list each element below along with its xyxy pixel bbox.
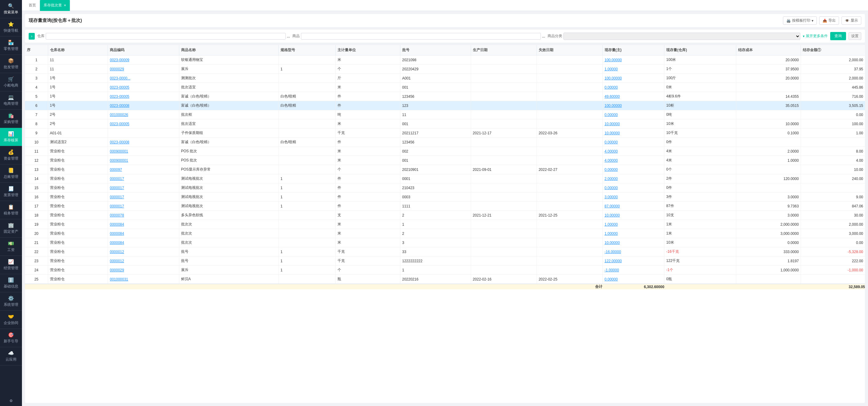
tab-inventory-batch[interactable]: 库存批次查 ✕ xyxy=(40,0,70,11)
cell-code[interactable]: 0000084 xyxy=(108,229,179,238)
cell-qty-main[interactable]: 1.00000 xyxy=(602,229,664,238)
cell-qty-main[interactable]: 2.00000 xyxy=(602,174,664,183)
sidebar-item-retail[interactable]: 🏪 零售管理 xyxy=(0,37,22,55)
category-select[interactable] xyxy=(563,33,800,40)
cell-code[interactable]: 0023-00005 xyxy=(108,92,179,101)
cell-qty-main[interactable]: 100.00000 xyxy=(602,74,664,83)
sidebar-item-assets[interactable]: 💰 资金管理 xyxy=(0,146,22,165)
cell-qty-main[interactable]: 0.00000 xyxy=(602,110,664,120)
sidebar-item-base[interactable]: ℹ️ 基础信息 xyxy=(0,274,22,293)
sidebar-item-newbie[interactable]: 🎯 新手引导 xyxy=(0,329,22,347)
cell-qty-main[interactable]: 10.00000 xyxy=(602,211,664,220)
sidebar-item-ops[interactable]: 📈 经营管理 xyxy=(0,256,22,274)
cell-code[interactable]: 0000078 xyxy=(108,211,179,220)
sidebar-item-invoice[interactable]: 🧾 发票管理 xyxy=(0,183,22,201)
summary-qty: 6,302.60000 xyxy=(602,284,664,289)
sidebar-item-wholesale[interactable]: 📦 批发管理 xyxy=(0,55,22,73)
cell-seq: 20 xyxy=(25,229,48,238)
cell-code[interactable]: 000900001 xyxy=(108,156,179,165)
cell-qty-main[interactable]: 4.00000 xyxy=(602,147,664,156)
cell-avg-cost: 35.0515 xyxy=(736,101,801,110)
sidebar-item-tax[interactable]: 📋 税务管理 xyxy=(0,201,22,219)
cell-qty-main[interactable]: 1.00000 xyxy=(602,65,664,74)
cell-qty-main[interactable]: 0.00000 xyxy=(602,138,664,147)
cell-prod-date xyxy=(471,92,536,101)
print-button[interactable]: 🖨️ 按模板打印 ▾ xyxy=(783,16,817,25)
cell-code[interactable]: 0023-00005 xyxy=(108,120,179,129)
display-button[interactable]: 👁️ 显示 xyxy=(841,16,861,25)
tab-bar: 首页 库存批次查 ✕ xyxy=(22,0,868,11)
cell-code[interactable]: 0000012 xyxy=(108,247,179,257)
cell-code[interactable]: 0000017 xyxy=(108,193,179,202)
cell-qty-main[interactable]: 0.00000 xyxy=(602,83,664,92)
cell-spec: 1 xyxy=(279,247,336,257)
sidebar-item-collab[interactable]: 🤝 企业协同 xyxy=(0,311,22,329)
cell-code[interactable]: 000900001 xyxy=(108,147,179,156)
tab-home[interactable]: 首页 xyxy=(25,0,40,11)
warehouse-input[interactable] xyxy=(46,33,286,40)
cell-code[interactable]: 001000026 xyxy=(108,110,179,120)
cell-code[interactable]: 000097 xyxy=(108,165,179,174)
settings-button[interactable]: 设置 xyxy=(848,32,861,40)
cell-code[interactable]: 001000031 xyxy=(108,275,179,284)
cell-code[interactable]: 0000012 xyxy=(108,257,179,266)
cell-code[interactable]: 0023-00008 xyxy=(108,101,179,110)
cell-qty-main[interactable]: 122.00000 xyxy=(602,257,664,266)
sidebar-item-general[interactable]: 📒 总账管理 xyxy=(0,165,22,183)
cell-qty-main[interactable]: -1.00000 xyxy=(602,266,664,275)
cell-code[interactable] xyxy=(108,129,179,138)
cell-qty-main[interactable]: 10.00000 xyxy=(602,129,664,138)
sidebar-item-inventory[interactable]: 📊 库存核算 xyxy=(0,128,22,146)
sidebar-item-ecommerce-small[interactable]: 🛒 小船电商 xyxy=(0,73,22,91)
sidebar-search-menu[interactable]: 🔍 搜索菜单 xyxy=(0,0,22,18)
page-header: 现存量查询(按仓库＋批次) 🖨️ 按模板打印 ▾ 📤 导出 👁️ 显示 xyxy=(25,14,865,27)
query-button[interactable]: 查询 xyxy=(830,32,846,40)
cell-spec: 白色/咬精 xyxy=(279,92,336,101)
cell-qty-main[interactable]: 0.00000 xyxy=(602,183,664,193)
export-button[interactable]: 📤 导出 xyxy=(819,16,839,25)
cell-qty-main[interactable]: 0.00000 xyxy=(602,275,664,284)
category-field: 商品分类 xyxy=(548,33,800,40)
cell-qty-main[interactable]: 3.00000 xyxy=(602,193,664,202)
cell-qty-main[interactable]: -16.00000 xyxy=(602,247,664,257)
cell-code[interactable]: 0023-00005 xyxy=(108,83,179,92)
cell-qty-main[interactable]: 0.00000 xyxy=(602,165,664,174)
cell-qty-main[interactable]: 49.60000 xyxy=(602,92,664,101)
cell-code[interactable]: 0023-00008 xyxy=(108,138,179,147)
sidebar-item-system[interactable]: ⚙️ 系统管理 xyxy=(0,293,22,311)
col-spec: 规格型号 xyxy=(279,45,336,56)
display-label: 显示 xyxy=(850,18,858,23)
sidebar-item-cloud[interactable]: ☁️ 云应用 xyxy=(0,347,22,366)
col-balance: 结存金额① xyxy=(801,45,865,56)
cell-code[interactable]: 0000084 xyxy=(108,238,179,247)
cell-code[interactable]: 0000017 xyxy=(108,183,179,193)
cell-qty-main[interactable]: 100.00000 xyxy=(602,56,664,65)
sidebar-item-payroll[interactable]: 💵 工资 xyxy=(0,238,22,256)
tab-close-icon[interactable]: ✕ xyxy=(64,4,66,7)
cell-qty-main[interactable]: 10.00000 xyxy=(602,238,664,247)
cell-qty-main[interactable]: 1.00000 xyxy=(602,220,664,229)
sidebar-item-fixed-assets[interactable]: 🏢 固定资产 xyxy=(0,219,22,238)
cell-code[interactable]: 0000017 xyxy=(108,202,179,211)
sidebar-settings[interactable]: ⚙ xyxy=(0,396,22,406)
search-collapse-button[interactable]: › xyxy=(29,33,35,40)
cell-qty-main[interactable]: 100.00000 xyxy=(602,101,664,110)
cell-code[interactable]: 0023-0000... xyxy=(108,74,179,83)
cell-code[interactable]: 0000084 xyxy=(108,220,179,229)
table-container[interactable]: 序 仓库名称 商品编码 商品名称 规格型号 主计量单位 批号 生产日期 失效日期… xyxy=(25,45,865,403)
cell-code[interactable]: 0000029 xyxy=(108,266,179,275)
sidebar-item-quicknav[interactable]: ⭐ 快捷导航 xyxy=(0,18,22,37)
cell-prod-date xyxy=(471,56,536,65)
cell-code[interactable]: 0000017 xyxy=(108,174,179,183)
cell-qty-main[interactable]: 87.00000 xyxy=(602,202,664,211)
expand-more-button[interactable]: ▾ 展开更多条件 xyxy=(803,34,828,39)
cell-qty-aux: 4米 xyxy=(664,156,736,165)
sidebar-item-purchase[interactable]: 🛍️ 采购管理 xyxy=(0,110,22,128)
product-input[interactable] xyxy=(301,33,541,40)
cell-code[interactable]: 0023-00009 xyxy=(108,56,179,65)
sidebar-item-ecommerce[interactable]: 💻 电商管理 xyxy=(0,91,22,110)
cell-qty-main[interactable]: 10.00000 xyxy=(602,120,664,129)
cell-code[interactable]: 0000029 xyxy=(108,65,179,74)
summary-label: 合计 xyxy=(25,284,602,289)
cell-qty-main[interactable]: 4.00000 xyxy=(602,156,664,165)
